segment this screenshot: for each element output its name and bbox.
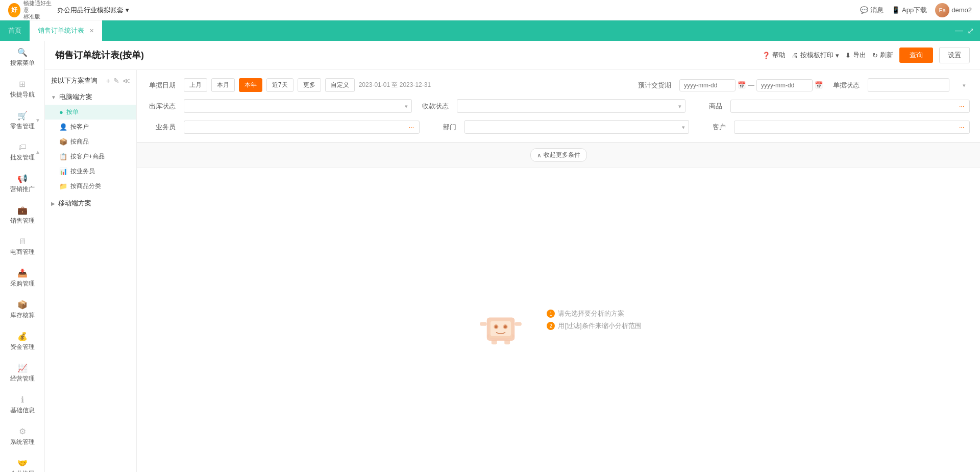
customer-more-button[interactable]: ··· [959,124,964,131]
filter-row-3: 业务员 ··· 部门 客户 [147,120,970,134]
department-select[interactable] [464,120,689,134]
retail-icon: 🛒 [17,111,28,121]
sidebar-item-sales[interactable]: 💼 销售管理 [0,199,44,230]
logo-text: 畅捷通好生意 标准版 [23,0,53,20]
customer-scheme-icon: 👤 [59,123,67,131]
sidebar-item-quick-nav[interactable]: ⊞ 快捷导航 [0,73,44,104]
query-button[interactable]: 查询 [899,48,933,63]
company-dropdown[interactable]: 办公用品行业模拟账套 ▾ [57,6,129,15]
expected-date-end[interactable] [756,79,813,91]
sidebar-item-enterprise-collab[interactable]: 🤝 企业协同 [0,452,44,472]
sidebar-item-marketing[interactable]: 📢 营销推广 [0,167,44,199]
group-collapsed-icon: ▶ [51,201,55,206]
sidebar-item-inventory[interactable]: 📦 库存核算 [0,293,44,325]
date-range-display: 2023-01-01 至 2023-12-31 [359,81,431,89]
product-more-button[interactable]: ··· [959,103,964,110]
empty-content: 1 请先选择要分析的方案 2 用[过滤]条件来缩小分析范围 [475,294,641,345]
date-separator: — [748,81,754,89]
svg-rect-11 [505,340,510,344]
product-label: 商品 [694,102,722,111]
status-select[interactable] [868,78,949,92]
scheme-group-desktop: ▼ 电脑端方案 ● 按单 👤 按客户 📦 按商品 [45,89,136,194]
outbound-label: 出库状态 [147,102,176,111]
refresh-button[interactable]: ↻ 刷新 [872,51,893,60]
empty-tips: 1 请先选择要分析的方案 2 用[过滤]条件来缩小分析范围 [547,309,641,331]
date-btn-this-year[interactable]: 本年 [239,78,262,92]
expected-date-group: 📅 — 📅 [679,79,823,91]
marketing-icon: 📢 [17,174,28,183]
edit-scheme-button[interactable]: ✎ [113,77,119,85]
scheme-item-by-customer-product[interactable]: 📋 按客户+商品 [45,149,136,164]
date-btn-last-month[interactable]: 上月 [184,78,207,92]
scheme-item-by-salesperson[interactable]: 📊 按业务员 [45,164,136,179]
tab-minimize-icon[interactable]: — [955,26,963,35]
tab-home[interactable]: 首页 [0,20,30,41]
purchase-icon: 📥 [17,268,28,278]
app-download-button[interactable]: 📱 App下载 [892,6,927,15]
help-button[interactable]: ❓ 帮助 [762,51,786,60]
salesperson-more-button[interactable]: ··· [409,124,414,131]
status-label: 单据状态 [831,81,860,90]
collapse-button[interactable]: ∧ 收起更多条件 [530,148,587,162]
sidebar-item-retail[interactable]: 🛒 零售管理 ▼ [0,104,44,136]
message-button[interactable]: 💬 消息 [860,6,884,15]
sidebar-item-system[interactable]: ⚙ 系统管理 [0,420,44,452]
scheme-item-by-category[interactable]: 📁 按商品分类 [45,179,136,194]
export-button[interactable]: ⬇ 导出 [845,51,866,60]
date-btn-custom[interactable]: 自定义 [325,78,355,92]
tab-close-icon[interactable]: ✕ [89,28,94,34]
scheme-group-header-desktop[interactable]: ▼ 电脑端方案 [45,89,136,105]
sidebar-item-management[interactable]: 📈 经营管理 [0,357,44,388]
tab-expand-icon[interactable]: ⤢ [967,26,974,36]
expected-date-start[interactable] [679,79,736,91]
info-icon: ℹ [21,395,24,405]
chevron-up-icon: ▲ [35,149,40,154]
header-right: 💬 消息 📱 App下载 Ea demo2 [860,3,972,17]
tab-sales-order[interactable]: 销售订单统计表 ✕ [30,20,102,41]
sidebar-item-purchase[interactable]: 📥 采购管理 [0,262,44,293]
left-panel: 按以下方案查询 + ✎ ≪ ▼ 电脑端方案 ● 按单 [45,70,137,472]
chevron-down-icon: ▼ [35,117,40,123]
scheme-item-by-customer[interactable]: 👤 按客户 [45,120,136,134]
sidebar: 🔍 搜索菜单 ⊞ 快捷导航 🛒 零售管理 ▼ 🏷 批发管理 ▲ 📢 营销推广 💼… [0,41,45,472]
system-icon: ⚙ [19,427,26,436]
sidebar-item-ecommerce[interactable]: 🖥 电商管理 [0,230,44,262]
customer-product-scheme-icon: 📋 [59,153,67,160]
scheme-item-by-product[interactable]: 📦 按商品 [45,134,136,149]
grid-icon: ⊞ [19,79,26,89]
settings-button[interactable]: 设置 [939,47,970,63]
management-icon: 📈 [17,363,28,373]
page-actions: ❓ 帮助 🖨 按模板打印 ▾ ⬇ 导出 ↻ 刷新 查询 设置 [762,47,970,69]
svg-rect-9 [515,322,522,326]
date-btn-this-month[interactable]: 本月 [211,78,235,92]
salesperson-label: 业务员 [147,123,176,132]
empty-tip-1: 1 请先选择要分析的方案 [547,309,641,318]
filter-area: 单据日期 上月 本月 本年 近7天 更多 自定义 2023-01-01 至 20… [137,70,980,143]
scheme-item-by-order[interactable]: ● 按单 [45,105,136,120]
top-header: 好 畅捷通好生意 标准版 办公用品行业模拟账套 ▾ 💬 消息 📱 App下载 E… [0,0,980,20]
logo-icon: 好 [8,3,20,17]
collapse-panel-button[interactable]: ≪ [122,77,130,85]
sidebar-item-basic-info[interactable]: ℹ 基础信息 [0,388,44,420]
template-print-button[interactable]: 🖨 按模板打印 ▾ [792,51,839,60]
user-menu[interactable]: Ea demo2 [935,3,972,17]
sidebar-item-wholesale[interactable]: 🏷 批发管理 ▲ [0,136,44,167]
sidebar-item-finance[interactable]: 💰 资金管理 [0,325,44,357]
ecommerce-icon: 🖥 [18,237,27,246]
sidebar-item-search-menu[interactable]: 🔍 搜索菜单 [0,41,44,73]
page-title: 销售订单统计表(按单) [55,49,144,67]
add-scheme-button[interactable]: + [106,77,110,85]
finance-icon: 💰 [17,332,28,341]
payment-select[interactable] [457,99,685,113]
customer-label: 客户 [697,123,726,132]
filter-row-2: 出库状态 收款状态 商品 [147,99,970,113]
outbound-select[interactable] [184,99,412,113]
date-btn-7days[interactable]: 近7天 [266,78,293,92]
payment-label: 收款状态 [420,102,449,111]
product-scheme-icon: 📦 [59,138,67,146]
scheme-group-header-mobile[interactable]: ▶ 移动端方案 [45,196,136,211]
order-scheme-icon: ● [59,108,63,116]
collab-icon: 🤝 [17,458,28,468]
date-btn-more[interactable]: 更多 [298,78,321,92]
calendar-icon-start: 📅 [738,81,746,89]
